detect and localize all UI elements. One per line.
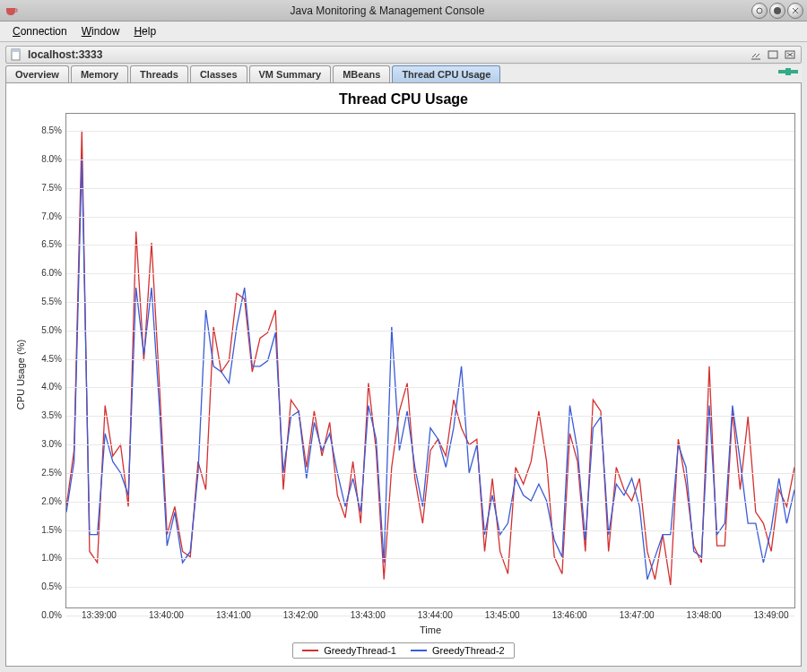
- svg-rect-13: [785, 68, 791, 75]
- x-tick-label: 13:40:00: [149, 610, 184, 620]
- tab-threads[interactable]: Threads: [130, 65, 188, 82]
- x-tick-label: 13:41:00: [216, 610, 251, 620]
- window-titlebar: Java Monitoring & Management Console: [0, 0, 807, 22]
- svg-rect-12: [791, 70, 798, 73]
- internal-minimize-button[interactable]: [749, 48, 763, 61]
- legend-swatch: [411, 650, 427, 651]
- legend-item: GreedyThread-2: [411, 645, 505, 656]
- y-tick-label: 4.0%: [41, 382, 62, 392]
- chart-plot-area: [65, 113, 795, 608]
- connection-address: localhost:3333: [28, 48, 746, 61]
- y-tick-label: 7.0%: [41, 211, 62, 220]
- menu-help[interactable]: Help: [126, 23, 163, 39]
- svg-rect-11: [778, 70, 785, 73]
- tab-thread-cpu-usage[interactable]: Thread CPU Usage: [392, 65, 500, 82]
- svg-point-1: [774, 7, 781, 14]
- tab-mbeans[interactable]: MBeans: [333, 65, 390, 82]
- y-tick-label: 3.5%: [41, 410, 62, 420]
- legend-label: GreedyThread-1: [324, 645, 396, 656]
- y-tick-label: 1.5%: [41, 524, 62, 534]
- y-tick-label: 2.0%: [41, 495, 62, 505]
- svg-point-0: [757, 8, 762, 13]
- document-icon: [10, 48, 22, 61]
- y-tick-label: 6.0%: [41, 268, 62, 278]
- y-tick-label: 3.0%: [41, 439, 62, 449]
- x-tick-label: 13:42:00: [283, 610, 318, 620]
- y-tick-label: 4.5%: [41, 353, 62, 363]
- x-tick-label: 13:47:00: [620, 610, 655, 620]
- internal-maximize-button[interactable]: [766, 48, 780, 61]
- svg-rect-7: [768, 51, 777, 58]
- menubar: Connection Window Help: [0, 22, 807, 42]
- legend-item: GreedyThread-1: [302, 645, 396, 656]
- x-axis-label: Time: [65, 623, 795, 635]
- y-tick-label: 0.0%: [41, 610, 62, 620]
- y-tick-label: 7.5%: [41, 182, 62, 192]
- maximize-button[interactable]: [769, 3, 785, 19]
- x-tick-label: 13:49:00: [754, 610, 789, 620]
- tab-strip: OverviewMemoryThreadsClassesVM SummaryMB…: [5, 65, 802, 83]
- chart-legend: GreedyThread-1GreedyThread-2: [292, 642, 514, 659]
- y-tick-label: 0.5%: [41, 582, 62, 591]
- window-title: Java Monitoring & Management Console: [23, 4, 751, 17]
- tab-vm-summary[interactable]: VM Summary: [249, 65, 332, 82]
- y-tick-label: 5.0%: [41, 324, 62, 334]
- x-tick-label: 13:46:00: [552, 610, 587, 620]
- x-tick-label: 13:45:00: [485, 610, 520, 620]
- legend-label: GreedyThread-2: [432, 645, 505, 656]
- chart-title: Thread CPU Usage: [12, 89, 795, 113]
- menu-window[interactable]: Window: [74, 23, 127, 39]
- svg-rect-5: [12, 49, 20, 52]
- tab-memory[interactable]: Memory: [71, 65, 128, 82]
- tab-overview[interactable]: Overview: [5, 65, 69, 82]
- series-line: [66, 159, 794, 580]
- x-tick-label: 13:39:00: [82, 610, 117, 620]
- x-tick-label: 13:43:00: [351, 610, 386, 620]
- x-tick-label: 13:48:00: [687, 610, 722, 620]
- internal-frame-header: localhost:3333: [5, 46, 802, 64]
- connection-status-icon: [778, 65, 798, 82]
- internal-close-button[interactable]: [783, 48, 797, 61]
- minimize-button[interactable]: [751, 3, 768, 19]
- close-button[interactable]: [787, 3, 803, 19]
- tab-classes[interactable]: Classes: [190, 65, 247, 82]
- y-tick-label: 6.5%: [41, 239, 62, 249]
- y-tick-label: 5.5%: [41, 297, 62, 306]
- chart-panel: Thread CPU Usage CPU Usage (%) 0.0%0.5%1…: [5, 83, 802, 667]
- y-axis-label: CPU Usage (%): [15, 339, 26, 409]
- y-tick-label: 2.5%: [41, 467, 62, 477]
- y-axis-ticks: 0.0%0.5%1.0%1.5%2.0%2.5%3.0%3.5%4.0%4.5%…: [30, 113, 65, 635]
- y-tick-label: 8.5%: [41, 125, 62, 135]
- y-tick-label: 8.0%: [41, 153, 62, 163]
- menu-connection[interactable]: Connection: [5, 23, 74, 39]
- legend-swatch: [302, 650, 318, 651]
- java-logo-icon: [4, 4, 18, 18]
- x-axis-ticks: 13:39:0013:40:0013:41:0013:42:0013:43:00…: [65, 608, 795, 623]
- y-tick-label: 1.0%: [41, 553, 62, 563]
- x-tick-label: 13:44:00: [418, 610, 453, 620]
